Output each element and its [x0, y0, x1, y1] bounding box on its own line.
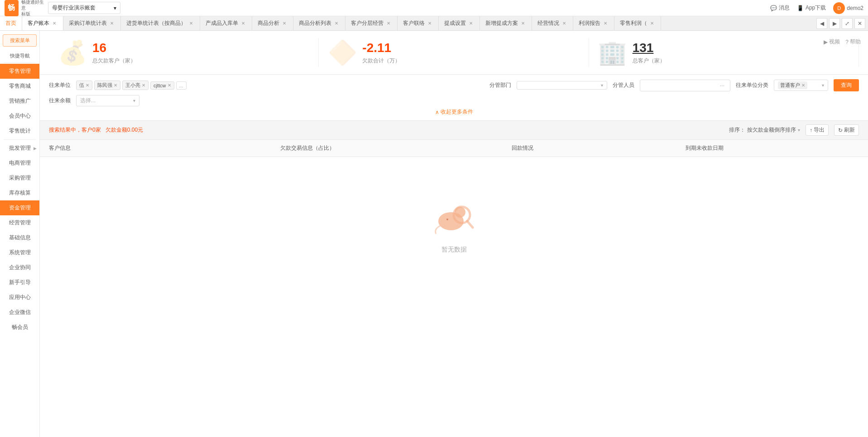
export-btn[interactable]: ↑ 导出	[806, 124, 829, 136]
tab-prev-btn[interactable]: ◀	[816, 18, 827, 29]
filter-person-more-icon[interactable]: ···	[718, 81, 726, 90]
sidebar-item-ecommerce[interactable]: 电商管理	[0, 156, 39, 171]
sidebar-wholesale-arrow-icon: ▶	[34, 146, 37, 151]
tab-prompt-settings[interactable]: 提成设置 ✕	[439, 16, 480, 31]
sidebar-item-retail[interactable]: 零售管理	[0, 64, 39, 79]
tab-ops-status[interactable]: 经营情况 ✕	[532, 16, 573, 31]
search-button[interactable]: 查询	[834, 79, 859, 91]
filter-balance-placeholder: 选择...	[80, 97, 96, 104]
sidebar-item-inventory-label: 库存核算	[9, 190, 31, 196]
sidebar-item-member[interactable]: 会员中心	[0, 109, 39, 124]
sidebar-quick-nav[interactable]: 快捷导航	[0, 50, 39, 62]
sidebar-item-new-guide[interactable]: 新手引导	[0, 275, 39, 290]
stat-value-1: 16	[92, 40, 136, 56]
sidebar-item-sys-mgmt[interactable]: 系统管理	[0, 245, 39, 260]
filter-dept-arrow-icon: ▾	[601, 83, 603, 88]
sidebar-search-btn[interactable]: 搜索菜单	[3, 34, 37, 47]
collapse-btn[interactable]: ∧ 收起更多条件	[435, 108, 473, 116]
sidebar-item-enterprise-wechat[interactable]: 企业微信	[0, 305, 39, 320]
filter-tag-chen-remove[interactable]: ✕	[114, 83, 117, 88]
tab-expand-btn[interactable]: ⤢	[842, 18, 853, 29]
sidebar-item-enterprise[interactable]: 企业协同	[0, 260, 39, 275]
sidebar-item-finance[interactable]: 资金管理	[0, 200, 39, 215]
message-btn[interactable]: 💬 消息	[770, 4, 790, 12]
filter-tag-wu-remove[interactable]: ✕	[86, 83, 89, 88]
refresh-btn[interactable]: ↻ 刷新	[834, 124, 859, 136]
filter-dept-select[interactable]: ▾	[517, 81, 607, 90]
filter-tag-cjttcw: cjttcw ✕	[150, 81, 174, 90]
user-menu[interactable]: D demo2	[833, 2, 863, 14]
sidebar-item-inventory[interactable]: 库存核算	[0, 185, 39, 200]
sidebar-item-vip-member[interactable]: 畅会员	[0, 320, 39, 335]
tab-cost-inbound[interactable]: 产成品入库单 ✕	[200, 16, 252, 31]
sort-select[interactable]: 排序： 按欠款金额倒序排序 ▾	[729, 126, 800, 134]
tab-customer-contact-close[interactable]: ✕	[427, 20, 433, 27]
tab-retail-profit[interactable]: 零售利润（ ✕	[614, 16, 661, 31]
sidebar-item-retail-label: 零售管理	[9, 68, 31, 74]
sidebar-item-purchase[interactable]: 采购管理	[0, 171, 39, 185]
filter-tag-chen: 陈民强 ✕	[94, 81, 120, 90]
filter-tag-wang-remove[interactable]: ✕	[142, 83, 145, 88]
filter-label-unit: 往来单位	[49, 81, 71, 89]
tab-product-analysis-list-close[interactable]: ✕	[333, 20, 340, 27]
sidebar-item-ops-mgmt[interactable]: 经营管理	[0, 215, 39, 230]
filter-tag-more[interactable]: ...	[176, 81, 187, 90]
sidebar-item-marketing[interactable]: 营销推广	[0, 94, 39, 109]
tab-purchase-orders[interactable]: 采购订单统计表 ✕	[63, 16, 121, 31]
tab-product-analysis[interactable]: 商品分析 ✕	[252, 16, 293, 31]
tab-accounts[interactable]: 客户账本 ✕	[22, 16, 63, 31]
table-header-col-4: 到期未收款日期	[686, 144, 859, 152]
app-download-btn[interactable]: 📱 App下载	[797, 4, 826, 12]
filter-tag-cjttcw-remove[interactable]: ✕	[168, 83, 171, 88]
tab-home[interactable]: 首页	[0, 16, 22, 31]
sidebar-item-ops-mgmt-label: 经营管理	[9, 219, 31, 226]
sidebar-item-wholesale[interactable]: 批发管理 ▶	[0, 141, 39, 156]
tab-profit-report-close[interactable]: ✕	[602, 20, 609, 27]
tab-profit-report[interactable]: 利润报告 ✕	[573, 16, 614, 31]
results-text-mid: 家	[96, 127, 101, 133]
tab-next-btn[interactable]: ▶	[829, 18, 840, 29]
tab-cost-inbound-close[interactable]: ✕	[240, 20, 246, 27]
tab-customer-ops[interactable]: 客户分层经营 ✕	[345, 16, 398, 31]
tab-inbound-stats[interactable]: 进货单统计表（按商品） ✕	[121, 16, 200, 31]
tab-purchase-orders-close[interactable]: ✕	[109, 20, 115, 27]
collapse-chevron-icon: ∧	[435, 109, 439, 115]
help-btn[interactable]: ? 帮助	[845, 38, 861, 46]
filter-category-arrow-icon: ▾	[822, 83, 824, 88]
sidebar-item-enterprise-label: 企业协同	[9, 264, 31, 271]
sidebar-item-retail-mall[interactable]: 零售商城	[0, 79, 39, 94]
results-info: 搜索结果中，客户0家 欠款金额0.00元	[49, 126, 143, 134]
export-label: 导出	[814, 126, 825, 134]
empty-text: 暂无数据	[441, 246, 467, 254]
tab-ops-status-label: 经营情况	[537, 19, 559, 27]
filter-tag-category-remove[interactable]: ✕	[801, 83, 805, 88]
tab-retail-profit-close[interactable]: ✕	[649, 20, 655, 27]
sidebar-item-basic-info[interactable]: 基础信息	[0, 230, 39, 245]
tab-close-all-btn[interactable]: ✕	[854, 18, 865, 29]
sidebar-item-member-label: 会员中心	[9, 113, 31, 119]
tab-new-prompt[interactable]: 新增提成方案 ✕	[480, 16, 532, 31]
sidebar: 搜索菜单 快捷导航 零售管理 零售商城 营销推广 会员中心 零售统计 批发管理 …	[0, 31, 40, 437]
workspace-selector[interactable]: 母婴行业演示账套 ▾	[48, 2, 120, 14]
filter-person-select[interactable]: ···	[640, 80, 730, 91]
tab-product-analysis-list[interactable]: 商品分析列表 ✕	[293, 16, 345, 31]
tab-product-analysis-close[interactable]: ✕	[281, 20, 288, 27]
tab-customer-ops-close[interactable]: ✕	[385, 20, 392, 27]
tab-customer-contact[interactable]: 客户联络 ✕	[398, 16, 439, 31]
tab-new-prompt-close[interactable]: ✕	[520, 20, 526, 27]
filter-tag-wu-text: 伍	[79, 82, 84, 89]
tab-ops-status-close[interactable]: ✕	[561, 20, 567, 27]
header-right: 💬 消息 📱 App下载 D demo2	[770, 2, 863, 14]
tab-accounts-close[interactable]: ✕	[51, 20, 58, 27]
video-btn[interactable]: ▶ 视频	[824, 38, 840, 46]
sidebar-item-retail-stats[interactable]: 零售统计	[0, 124, 39, 138]
empty-illustration-svg	[429, 193, 479, 238]
filter-balance-select[interactable]: 选择... ▾	[76, 95, 139, 106]
tab-new-prompt-label: 新增提成方案	[485, 19, 518, 27]
tab-inbound-stats-close[interactable]: ✕	[188, 20, 194, 27]
tab-prompt-settings-close[interactable]: ✕	[468, 20, 474, 27]
svg-point-4	[446, 218, 448, 220]
sidebar-item-app-center[interactable]: 应用中心	[0, 290, 39, 305]
filter-category-select[interactable]: 普通客户 ✕ ▾	[774, 80, 828, 91]
stat-block-3: 🏢 131 总客户（家）	[589, 38, 859, 67]
